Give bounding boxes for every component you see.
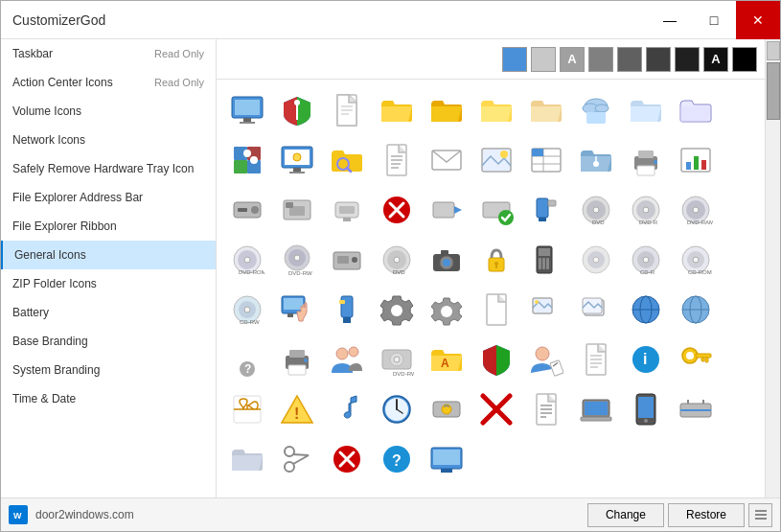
icon-user-group[interactable] (324, 336, 370, 382)
icon-folder-network[interactable] (573, 137, 619, 183)
icon-text-document[interactable] (374, 137, 420, 183)
restore-button[interactable]: Restore (668, 503, 745, 527)
swatch-light-gray[interactable] (531, 47, 556, 72)
icon-dvd-r[interactable]: DVD-R (623, 187, 669, 233)
sidebar-item-general-icons[interactable]: General Icons (1, 241, 216, 269)
icon-hard-drive[interactable] (224, 187, 270, 233)
sidebar-item-file-explorer-ribbon[interactable]: File Explorer Ribbon (1, 212, 216, 241)
icon-folder-gold-2[interactable] (424, 87, 470, 133)
icon-dvd-rom[interactable]: DVD-ROM (224, 237, 270, 283)
icon-photo-collection[interactable] (573, 287, 619, 333)
sidebar-item-volume-icons[interactable]: Volume Icons (1, 97, 216, 126)
icon-monitor-hand[interactable] (274, 287, 320, 333)
icon-usb-drive[interactable] (523, 187, 569, 233)
icon-cloud-folder[interactable] (573, 87, 619, 133)
icon-removable-drive[interactable] (324, 187, 370, 233)
sidebar-item-battery[interactable]: Battery (1, 298, 216, 327)
swatch-darker-gray[interactable] (646, 47, 671, 72)
icon-tablet[interactable] (623, 386, 669, 432)
icon-folder-pale[interactable] (523, 87, 569, 133)
icon-memory-card[interactable] (523, 237, 569, 283)
icon-monitors[interactable] (224, 87, 270, 133)
sidebar-item-action-center-icons[interactable]: Action Center Icons Read Only (1, 68, 216, 97)
icon-help-circle[interactable]: ? (374, 436, 420, 482)
swatch-dark-gray[interactable] (617, 47, 642, 72)
icon-padlock[interactable] (473, 237, 519, 283)
icon-secure-drive[interactable] (424, 386, 470, 432)
icon-big-x-red[interactable] (473, 386, 519, 432)
icon-cd-r[interactable]: CD-R (623, 237, 669, 283)
icon-warning-triangle[interactable]: ! (274, 386, 320, 432)
icon-document-list[interactable] (523, 386, 569, 432)
icon-jigsaw[interactable] (224, 386, 270, 432)
swatch-mid-gray[interactable] (588, 47, 613, 72)
swatch-very-dark[interactable] (675, 47, 700, 72)
icon-usb-device[interactable] (324, 287, 370, 333)
icon-folder-yellow[interactable] (473, 87, 519, 133)
swatch-a-gray[interactable]: A (560, 47, 585, 72)
icon-landscape-photo[interactable] (473, 137, 519, 183)
sidebar-item-time-date[interactable]: Time & Date (1, 384, 216, 413)
icon-dvd-disc[interactable]: DVD (374, 237, 420, 283)
icon-cd-plain[interactable] (573, 237, 619, 283)
icon-music-note[interactable] (324, 386, 370, 432)
icon-bar-chart[interactable] (673, 137, 719, 183)
close-button[interactable]: ✕ (736, 1, 780, 39)
maximize-button[interactable]: □ (692, 1, 736, 39)
icon-x-mark-red[interactable] (374, 187, 420, 233)
scrollbar[interactable] (765, 39, 780, 497)
icon-floppy-drive[interactable] (274, 187, 320, 233)
icon-globe-2[interactable] (673, 287, 719, 333)
icon-cd-generic[interactable]: DVD (573, 187, 619, 233)
icon-camera[interactable] (424, 237, 470, 283)
icon-dvd-rw[interactable]: DVD-RW (274, 237, 320, 283)
icon-laptop[interactable] (573, 386, 619, 432)
swatch-a-black[interactable]: A (703, 47, 728, 72)
icon-folder-light-blue[interactable] (623, 87, 669, 133)
sidebar-item-zip-folder-icons[interactable]: ZIP Folder Icons (1, 269, 216, 298)
icon-document-blank[interactable] (473, 287, 519, 333)
swatch-black[interactable] (732, 47, 757, 72)
icon-folder-transparent[interactable] (673, 87, 719, 133)
icon-info-circle[interactable]: i (623, 336, 669, 382)
swatch-blue[interactable] (502, 47, 527, 72)
icon-clock-blue[interactable] (374, 386, 420, 432)
icon-shield-colors[interactable] (473, 336, 519, 382)
icon-question-mark[interactable]: ? (224, 336, 270, 382)
sidebar-item-taskbar[interactable]: Taskbar Read Only (1, 39, 216, 68)
icon-globe-photo[interactable] (623, 287, 669, 333)
icon-data-grid[interactable] (523, 137, 569, 183)
sidebar-item-network-icons[interactable]: Network Icons (1, 126, 216, 154)
icon-cd-rom[interactable]: CD-ROM (673, 237, 719, 283)
icon-cd-rw[interactable]: CD-RW (224, 287, 270, 333)
icon-dvd-ram[interactable]: DVD-RAM (673, 187, 719, 233)
icon-key[interactable] (673, 336, 719, 382)
sidebar-item-base-branding[interactable]: Base Branding (1, 327, 216, 356)
icon-photo-frame[interactable] (523, 287, 569, 333)
sidebar-item-safely-remove[interactable]: Safely Remove Hardware Tray Icon (1, 154, 216, 183)
icon-drive-cart[interactable] (324, 237, 370, 283)
icon-user-edit[interactable] (523, 336, 569, 382)
icon-document[interactable] (324, 87, 370, 133)
icon-magnify-folder[interactable] (324, 137, 370, 183)
icon-gear-settings[interactable] (374, 287, 420, 333)
icon-error-circle[interactable] (324, 436, 370, 482)
icon-settings-screen[interactable] (274, 137, 320, 183)
icon-drive-green[interactable] (473, 187, 519, 233)
sidebar-item-system-branding[interactable]: System Branding (1, 356, 216, 384)
sidebar-item-file-explorer-address[interactable]: File Explorer Address Bar (1, 183, 216, 212)
icon-printer[interactable] (623, 137, 669, 183)
icon-folder-open-gold[interactable] (374, 87, 420, 133)
icon-envelope[interactable] (424, 137, 470, 183)
icon-folder-plain[interactable] (224, 436, 270, 482)
icon-scissors[interactable] (274, 436, 320, 482)
minimize-button[interactable]: — (648, 1, 692, 39)
change-button[interactable]: Change (587, 503, 664, 527)
icon-scanner[interactable] (673, 386, 719, 432)
icon-screen-blue[interactable] (424, 436, 470, 482)
icon-folder-a[interactable]: A (424, 336, 470, 382)
icon-shield-colorful[interactable] (274, 87, 320, 133)
icon-gear-2[interactable] (424, 287, 470, 333)
icon-drive-arrow[interactable] (424, 187, 470, 233)
icon-puzzle[interactable] (224, 137, 270, 183)
